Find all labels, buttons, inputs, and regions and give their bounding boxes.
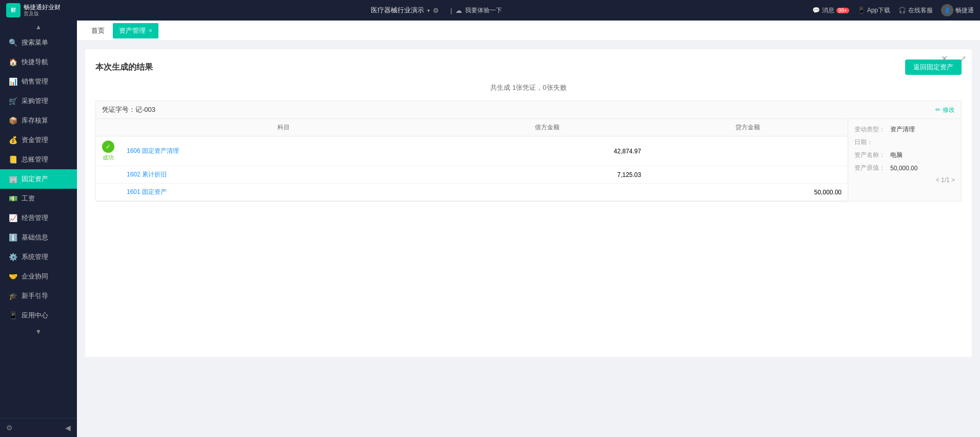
topbar-settings-icon[interactable]: ⚙ bbox=[433, 7, 439, 14]
trial-button[interactable]: 我要体验一下 bbox=[465, 6, 502, 15]
sidebar-item-operations[interactable]: 📈 经营管理 bbox=[0, 208, 77, 228]
sidebar-item-basic-info[interactable]: ℹ️ 基础信息 bbox=[0, 228, 77, 247]
side-pagination[interactable]: < 1/1 > bbox=[854, 176, 955, 184]
success-label: 成功 bbox=[103, 154, 114, 162]
tab-close-btn[interactable]: × bbox=[149, 27, 152, 34]
sidebar: ▲ 🔍 搜索菜单 🏠 快捷导航 📊 销售管理 🛒 采购管理 📦 库存核算 💰 资… bbox=[0, 21, 77, 437]
system-icon: ⚙️ bbox=[8, 253, 17, 261]
app-download-btn[interactable]: 📱 App下载 bbox=[857, 6, 890, 15]
topbar-right: 💬 消息 99+ 📱 App下载 🎧 在线客服 👤 畅捷通 bbox=[812, 4, 974, 16]
page-content: ✕ ⤢ 本次生成的结果 返回固定资产 共生成 1张凭证，0张失败 凭证字号：记-… bbox=[77, 41, 980, 437]
payroll-icon: 💵 bbox=[8, 194, 17, 203]
result-header: 本次生成的结果 返回固定资产 bbox=[95, 59, 962, 75]
settings-bottom-icon[interactable]: ⚙ bbox=[6, 424, 13, 432]
online-service-btn[interactable]: 🎧 在线客服 bbox=[898, 6, 933, 15]
table-row: 1602 累计折旧7,125.03 bbox=[96, 166, 848, 184]
edit-voucher-btn[interactable]: ✏ 修改 bbox=[935, 106, 955, 114]
inventory-icon: 📦 bbox=[8, 116, 17, 125]
subject-cell: 1602 累计折旧 bbox=[121, 166, 447, 184]
app-download-label: App下载 bbox=[867, 6, 890, 15]
sidebar-item-app-center[interactable]: 📱 应用中心 bbox=[0, 306, 77, 325]
asset-value-value: 50,000.00 bbox=[890, 165, 917, 172]
edition-tag: 普及版 bbox=[24, 11, 61, 17]
debit-cell: 7,125.03 bbox=[447, 166, 647, 184]
voucher-side: 变动类型： 资产清理 日期： 资产名称： 电脑 bbox=[848, 119, 961, 201]
fixed-assets-icon: 🏢 bbox=[8, 175, 17, 183]
sidebar-item-system-label: 系统管理 bbox=[22, 252, 48, 262]
voucher-number: 凭证字号：记-003 bbox=[102, 105, 155, 114]
side-asset-name: 资产名称： 电脑 bbox=[854, 151, 955, 160]
logo-title: 畅捷通好业财 bbox=[24, 4, 61, 11]
user-area[interactable]: 👤 畅捷通 bbox=[941, 4, 974, 16]
success-cell bbox=[96, 166, 121, 184]
sidebar-item-purchase[interactable]: 🛒 采购管理 bbox=[0, 91, 77, 111]
sidebar-scroll-down[interactable]: ▼ bbox=[0, 325, 77, 337]
sidebar-item-fixed-assets-label: 固定资产 bbox=[22, 174, 48, 184]
logo-text: 畅捷通好业财 普及版 bbox=[24, 4, 61, 17]
basic-info-icon: ℹ️ bbox=[8, 233, 17, 242]
topbar-left: 财 畅捷通好业财 普及版 bbox=[6, 3, 61, 17]
user-name: 畅捷通 bbox=[955, 6, 974, 15]
debit-cell bbox=[447, 184, 647, 201]
sidebar-item-cooperation-label: 企业协同 bbox=[22, 272, 48, 281]
messages-btn[interactable]: 💬 消息 99+ bbox=[812, 6, 849, 15]
subject-cell: 1601 固定资产 bbox=[121, 184, 447, 201]
topbar-center: 医疗器械行业演示 ▾ ⚙ | ☁ 我要体验一下 bbox=[371, 6, 502, 15]
credit-col-header: 贷方金额 bbox=[647, 119, 848, 136]
sidebar-item-basic-info-label: 基础信息 bbox=[22, 233, 48, 242]
sidebar-item-app-center-label: 应用中心 bbox=[22, 311, 48, 320]
tab-asset-management[interactable]: 资产管理 × bbox=[113, 23, 158, 38]
sidebar-item-cooperation[interactable]: 🤝 企业协同 bbox=[0, 267, 77, 286]
topbar: 财 畅捷通好业财 普及版 医疗器械行业演示 ▾ ⚙ | ☁ 我要体验一下 💬 消… bbox=[0, 0, 980, 21]
company-name: 医疗器械行业演示 bbox=[371, 6, 424, 15]
online-service-label: 在线客服 bbox=[908, 6, 933, 15]
collapse-icon[interactable]: ◀ bbox=[65, 424, 71, 432]
sidebar-scroll-up[interactable]: ▲ bbox=[0, 21, 77, 33]
company-dropdown-icon[interactable]: ▾ bbox=[427, 8, 430, 13]
avatar: 👤 bbox=[941, 4, 953, 16]
sidebar-item-quick-nav[interactable]: 🏠 快捷导航 bbox=[0, 52, 77, 72]
voucher-block: 凭证字号：记-003 ✏ 修改 bbox=[95, 101, 962, 202]
edit-icon: ✏ bbox=[935, 106, 941, 113]
table-row: 1601 固定资产50,000.00 bbox=[96, 184, 848, 201]
sidebar-item-sales[interactable]: 📊 销售管理 bbox=[0, 72, 77, 91]
app-center-icon: 📱 bbox=[8, 311, 17, 320]
sidebar-item-quick-nav-label: 快捷导航 bbox=[22, 57, 48, 67]
credit-cell bbox=[647, 136, 848, 166]
tab-bar: 首页 资产管理 × bbox=[77, 21, 980, 41]
messages-badge: 99+ bbox=[836, 8, 849, 13]
sidebar-item-purchase-label: 采购管理 bbox=[22, 96, 48, 106]
table-row: ✓成功1606 固定资产清理42,874.97 bbox=[96, 136, 848, 166]
cloud-icon: ☁ bbox=[455, 7, 462, 14]
sidebar-item-inventory[interactable]: 📦 库存核算 bbox=[0, 111, 77, 130]
logo-icon: 财 bbox=[6, 3, 21, 17]
voucher-table: 科目 借方金额 贷方金额 ✓成功1606 固定资产清理42,874.971602… bbox=[96, 119, 848, 201]
content-area: 首页 资产管理 × ✕ ⤢ 本次生成的结果 返回固定资产 共生成 1张凭证，0张… bbox=[77, 21, 980, 437]
result-title: 本次生成的结果 bbox=[95, 62, 153, 73]
asset-name-label: 资产名称： bbox=[854, 151, 890, 160]
sidebar-item-payroll[interactable]: 💵 工资 bbox=[0, 189, 77, 208]
sidebar-item-ledger[interactable]: 📒 总账管理 bbox=[0, 150, 77, 169]
sidebar-item-search-label: 搜索菜单 bbox=[22, 38, 48, 47]
panel-controls: ✕ ⤢ bbox=[935, 49, 972, 68]
sidebar-item-system[interactable]: ⚙️ 系统管理 bbox=[0, 247, 77, 267]
voucher-header: 凭证字号：记-003 ✏ 修改 bbox=[96, 101, 961, 119]
asset-value-label: 资产原值： bbox=[854, 164, 890, 172]
side-date: 日期： bbox=[854, 138, 955, 147]
tab-home[interactable]: 首页 bbox=[85, 23, 111, 38]
success-cell bbox=[96, 184, 121, 201]
sidebar-item-finance[interactable]: 💰 资金管理 bbox=[0, 130, 77, 150]
sidebar-item-fixed-assets[interactable]: 🏢 固定资产 bbox=[0, 169, 77, 189]
sidebar-bottom: ⚙ ◀ bbox=[0, 418, 77, 437]
sidebar-item-search[interactable]: 🔍 搜索菜单 bbox=[0, 33, 77, 52]
home-icon: 🏠 bbox=[8, 58, 17, 66]
sidebar-item-guide[interactable]: 🎓 新手引导 bbox=[0, 286, 77, 306]
side-asset-value: 资产原值： 50,000.00 bbox=[854, 164, 955, 172]
sales-icon: 📊 bbox=[8, 77, 17, 86]
edit-label: 修改 bbox=[943, 106, 955, 114]
message-icon: 💬 bbox=[812, 7, 820, 14]
service-icon: 🎧 bbox=[898, 7, 906, 14]
close-panel-btn[interactable]: ✕ bbox=[935, 49, 953, 68]
expand-panel-btn[interactable]: ⤢ bbox=[953, 49, 972, 68]
sidebar-item-finance-label: 资金管理 bbox=[22, 135, 48, 145]
